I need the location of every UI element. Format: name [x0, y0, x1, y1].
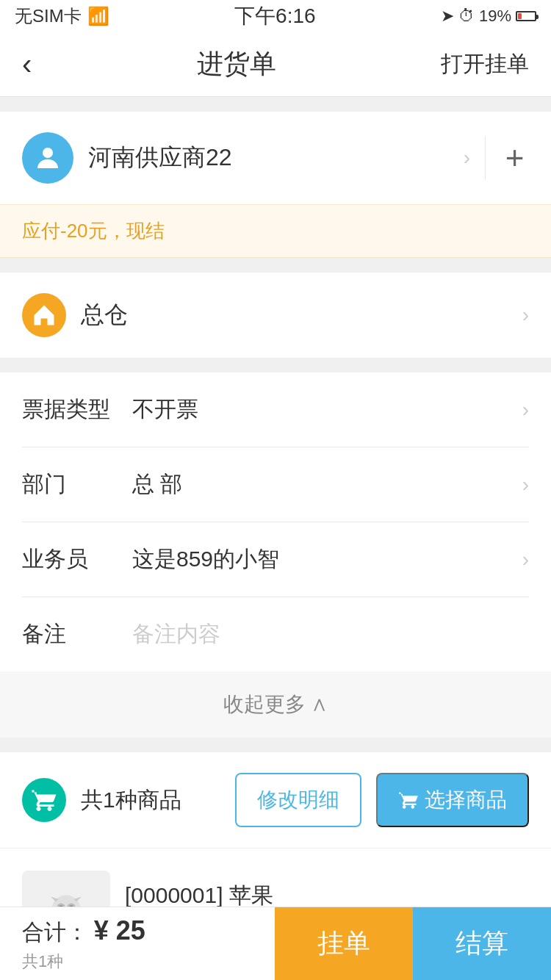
- remark-input[interactable]: 备注内容: [125, 619, 529, 649]
- open-pending-button[interactable]: 打开挂单: [441, 49, 529, 79]
- checkout-label: 结算: [455, 926, 508, 962]
- add-supplier-button[interactable]: +: [485, 136, 529, 180]
- divider-1: [0, 97, 551, 112]
- person-icon: [32, 143, 63, 173]
- checkout-button[interactable]: 结算: [413, 907, 551, 981]
- total-section: 合计： ¥ 25 共1种: [0, 915, 275, 973]
- carrier-label: 无SIM卡: [15, 4, 82, 28]
- battery-fill: [518, 13, 522, 19]
- nav-bar: ‹ 进货单 打开挂单: [0, 32, 551, 97]
- dept-chevron-icon: ›: [522, 473, 529, 497]
- salesman-label: 业务员: [22, 544, 125, 574]
- dept-value: 总 部: [125, 469, 515, 500]
- supplier-chevron-icon: ›: [464, 146, 470, 170]
- invoice-chevron-icon: ›: [522, 398, 529, 422]
- warehouse-chevron-icon: ›: [522, 303, 529, 327]
- status-left: 无SIM卡 📶: [15, 4, 109, 28]
- supplier-name: 河南供应商22: [88, 142, 456, 174]
- warehouse-name: 总仓: [81, 299, 515, 331]
- status-bar: 无SIM卡 📶 下午6:16 ➤ ⏱ 19%: [0, 0, 551, 32]
- total-label: 合计：: [22, 920, 88, 944]
- bottom-bar: 合计： ¥ 25 共1种 挂单 结算: [0, 907, 551, 980]
- status-right: ➤ ⏱ 19%: [441, 7, 536, 26]
- invoice-label: 票据类型: [22, 394, 125, 425]
- page-title: 进货单: [197, 46, 276, 82]
- supplier-row[interactable]: 河南供应商22 › +: [0, 112, 551, 204]
- divider-4: [0, 738, 551, 752]
- collapse-button[interactable]: 收起更多 ∧: [0, 671, 551, 738]
- location-icon: ➤: [441, 7, 454, 26]
- invoice-value: 不开票: [125, 394, 515, 425]
- supplier-section: 河南供应商22 › + 应付-20元，现结: [0, 112, 551, 258]
- salesman-value: 这是859的小智: [125, 544, 515, 574]
- remark-label: 备注: [22, 619, 125, 649]
- supplier-avatar: [22, 132, 73, 184]
- select-product-label: 选择商品: [425, 786, 507, 814]
- warehouse-icon: [22, 293, 66, 337]
- collapse-label: 收起更多 ∧: [223, 691, 328, 718]
- hang-order-button[interactable]: 挂单: [275, 907, 413, 981]
- edit-detail-button[interactable]: 修改明细: [235, 773, 361, 827]
- hang-label: 挂单: [317, 926, 370, 962]
- divider-2: [0, 258, 551, 273]
- status-time: 下午6:16: [234, 2, 316, 30]
- salesman-chevron-icon: ›: [522, 548, 529, 572]
- battery-percent: 19%: [479, 7, 511, 26]
- salesman-row[interactable]: 业务员 这是859的小智 ›: [0, 522, 551, 597]
- total-count: 共1种: [22, 951, 253, 973]
- total-amount: ¥ 25: [94, 915, 145, 945]
- dept-label: 部门: [22, 469, 125, 500]
- warehouse-row[interactable]: 总仓 ›: [0, 273, 551, 358]
- battery-icon: [516, 11, 536, 21]
- select-product-button[interactable]: 选择商品: [376, 773, 529, 827]
- products-header: 共1种商品 修改明细 选择商品: [0, 752, 551, 848]
- products-count: 共1种商品: [81, 785, 220, 815]
- supplier-notice: 应付-20元，现结: [0, 204, 551, 258]
- wifi-icon: 📶: [87, 6, 109, 26]
- alarm-icon: ⏱: [458, 7, 475, 26]
- divider-3: [0, 358, 551, 372]
- cart-icon: [31, 787, 57, 813]
- svg-point-0: [43, 148, 53, 158]
- warehouse-section: 总仓 ›: [0, 273, 551, 358]
- total-row: 合计： ¥ 25: [22, 915, 253, 948]
- invoice-type-row[interactable]: 票据类型 不开票 ›: [0, 372, 551, 447]
- remark-row[interactable]: 备注 备注内容: [0, 597, 551, 671]
- dept-row[interactable]: 部门 总 部 ›: [0, 447, 551, 522]
- products-icon: [22, 778, 66, 822]
- back-button[interactable]: ‹: [22, 48, 32, 81]
- select-product-icon: [398, 790, 419, 810]
- form-section: 票据类型 不开票 › 部门 总 部 › 业务员 这是859的小智 › 备注 备注…: [0, 372, 551, 671]
- home-icon: [31, 302, 57, 328]
